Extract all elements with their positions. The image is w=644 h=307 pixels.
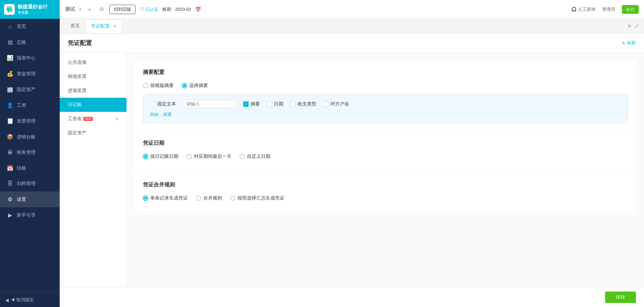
sidebar-label-sales: 进销台账 (17, 134, 36, 140)
cancel-fixed-button[interactable]: ◀ ◀ 取消固定 (0, 293, 60, 307)
left-nav-payroll[interactable]: 工资表 NEW ∨ (60, 112, 126, 126)
tab-home-label: 首页 (70, 23, 80, 28)
tabbar: 首页 凭证配置 ✕ ✕ ⤢ (60, 19, 644, 34)
left-nav-purchase-invoice[interactable]: 进项发票 (60, 84, 126, 98)
radio-custom-date[interactable]: 自定义日期 (239, 154, 270, 160)
merge-title: 凭证合并规则 (143, 181, 628, 188)
radio-template-label: 按模版摘要 (150, 83, 174, 89)
refresh-button[interactable]: ↻ 刷新 (622, 40, 636, 46)
checkbox-summary[interactable]: 摘要 (243, 101, 260, 107)
radio-journal-date[interactable]: 按日记账日期 (143, 154, 178, 160)
radio-template-circle (143, 83, 148, 88)
add-company-button[interactable]: ＋ (85, 4, 94, 15)
sidebar-item-ledger[interactable]: ▤ 总账 (0, 34, 60, 50)
settings-gear-icon[interactable]: ⚙ (98, 5, 105, 14)
page-body: 公共选项 销项发票 进项发票 日记账 工资表 NEW ∨ (60, 53, 644, 287)
radio-template-summary[interactable]: 按模版摘要 (143, 83, 174, 89)
company-dropdown-arrow[interactable]: ▾ (79, 7, 81, 12)
sidebar-label-guide: 新手引导 (17, 212, 36, 218)
close-window-button[interactable]: ✕ (627, 23, 632, 29)
tab-voucher-config-close[interactable]: ✕ (113, 24, 116, 29)
sidebar-item-settings[interactable]: ⚙ 设置 (0, 191, 60, 207)
consult-button[interactable]: 🎧 人工咨询 (571, 6, 595, 12)
summary-options-row: 固定文本 摘要 日期 (150, 100, 621, 108)
app-name-block: 畅捷通好会计 专业版 (17, 4, 48, 15)
tab-home[interactable]: 首页 (65, 19, 85, 33)
left-nav-diary[interactable]: 日记账 (60, 98, 126, 112)
radio-single[interactable]: 单条记录生成凭证 (143, 195, 188, 201)
counterparty-checkbox (323, 101, 328, 107)
sidebar-label-salary: 工资 (17, 102, 26, 108)
page: 凭证配置 ↻ 刷新 公共选项 销项发票 进项发票 (60, 34, 644, 287)
accountant-button[interactable]: 会计 (622, 5, 639, 14)
left-nav-fixed-assets[interactable]: 固定资产 (60, 126, 126, 140)
merge-section: 凭证合并规则 单条记录生成凭证 合并规则 (135, 173, 636, 215)
home-icon: ⌂ (7, 24, 13, 30)
checkbox-fixed-text[interactable]: 固定文本 (150, 101, 176, 107)
sidebar-item-sales[interactable]: 📦 进销台账 (0, 129, 60, 145)
save-button[interactable]: 保存 (605, 292, 636, 303)
tax-icon: 🏛 (7, 149, 13, 156)
single-label: 单条记录生成凭证 (150, 195, 188, 201)
fixed-text-input[interactable] (183, 100, 236, 108)
left-nav-sales-invoice[interactable]: 销项发票 (60, 70, 126, 84)
assets-icon: 🏢 (7, 86, 13, 93)
sidebar-item-assets[interactable]: 🏢 固定资产 (0, 82, 60, 97)
radio-select-circle (182, 83, 187, 88)
fund-icon: 💰 (7, 71, 13, 77)
select-sum-label: 按照选择汇总生成凭证 (237, 195, 284, 201)
checkbox-payment-type[interactable]: 收支类型 (290, 101, 316, 107)
summary-checkbox (243, 101, 249, 107)
sidebar-label-settings: 设置 (17, 196, 26, 203)
topbar: 测试 ▾ ＋ ⚙ 切到旧版 🛡 已认证 账期 2023-02 📅 🎧 人工咨询 … (60, 0, 644, 19)
radio-select-sum[interactable]: 按照选择汇总生成凭证 (230, 195, 284, 201)
sidebar-item-home[interactable]: ⌂ 首页 (0, 19, 60, 34)
new-badge: NEW (83, 117, 93, 121)
radio-merge[interactable]: 合并规则 (196, 195, 222, 201)
journal-date-label: 按日记账日期 (150, 154, 178, 160)
sidebar-item-report[interactable]: 📊 报表中心 (0, 50, 60, 66)
sidebar-label-tax: 税务管理 (17, 149, 36, 156)
sidebar-item-tax[interactable]: 🏛 税务管理 (0, 145, 60, 160)
main-area: 测试 ▾ ＋ ⚙ 切到旧版 🛡 已认证 账期 2023-02 📅 🎧 人工咨询 … (60, 0, 644, 307)
sidebar-scroll: ⌂ 首页 ▤ 总账 📊 报表中心 💰 资金管理 🏢 固定资产 👤 工资 🧾 发票… (0, 19, 60, 293)
radio-last-day[interactable]: 对应期间最后一天 (186, 154, 231, 160)
summary-radio-group: 按模版摘要 选择摘要 (143, 83, 628, 89)
app-sub: 专业版 (17, 10, 48, 15)
sidebar-label-assets: 固定资产 (17, 87, 36, 93)
checkbox-counterparty[interactable]: 对方户名 (323, 101, 349, 107)
sidebar-item-fund[interactable]: 💰 资金管理 (0, 66, 60, 82)
sidebar-label-fund: 资金管理 (17, 71, 36, 77)
left-nav-public[interactable]: 公共选项 (60, 55, 126, 70)
calendar-icon[interactable]: 📅 (195, 7, 201, 12)
switch-old-version-button[interactable]: 切到旧版 (109, 5, 136, 14)
sidebar-item-archive[interactable]: 🗄 归档管理 (0, 176, 60, 191)
radio-select-label: 选择摘要 (189, 83, 208, 89)
select-sum-circle (230, 195, 235, 201)
payroll-expand-icon[interactable]: ∨ (115, 117, 118, 121)
merge-circle (196, 195, 201, 201)
certified-status: 🛡 已认证 (140, 6, 158, 12)
ledger-icon: ▤ (7, 39, 13, 45)
period-value: 2023-02 (175, 7, 191, 12)
example-prefix: 例如： (150, 112, 163, 117)
cancel-fixed-label: ◀ 取消固定 (11, 297, 34, 303)
sidebar-item-close[interactable]: 📅 结账 (0, 160, 60, 176)
summary-options-box: 固定文本 摘要 日期 (143, 94, 628, 123)
sidebar-item-invoice[interactable]: 🧾 发票管理 (0, 113, 60, 129)
date-checkbox (267, 101, 272, 107)
custom-date-label: 自定义日期 (247, 154, 270, 160)
sidebar-label-invoice: 发票管理 (17, 118, 36, 124)
custom-date-circle (239, 154, 245, 159)
sidebar-label-close: 结账 (17, 165, 26, 171)
example-value: 摘要 (163, 112, 172, 117)
radio-select-summary[interactable]: 选择摘要 (182, 83, 208, 89)
checkbox-date[interactable]: 日期 (267, 101, 283, 107)
tab-voucher-config[interactable]: 凭证配置 ✕ (85, 19, 122, 33)
sidebar-item-guide[interactable]: ▶ 新手引导 (0, 207, 60, 223)
guide-icon: ▶ (7, 212, 13, 218)
sidebar-label-archive: 归档管理 (17, 181, 36, 187)
sidebar-item-salary[interactable]: 👤 工资 (0, 97, 60, 113)
expand-window-button[interactable]: ⤢ (634, 23, 639, 29)
date-section: 凭证日期 按日记账日期 对应期间最后一天 (135, 132, 636, 173)
